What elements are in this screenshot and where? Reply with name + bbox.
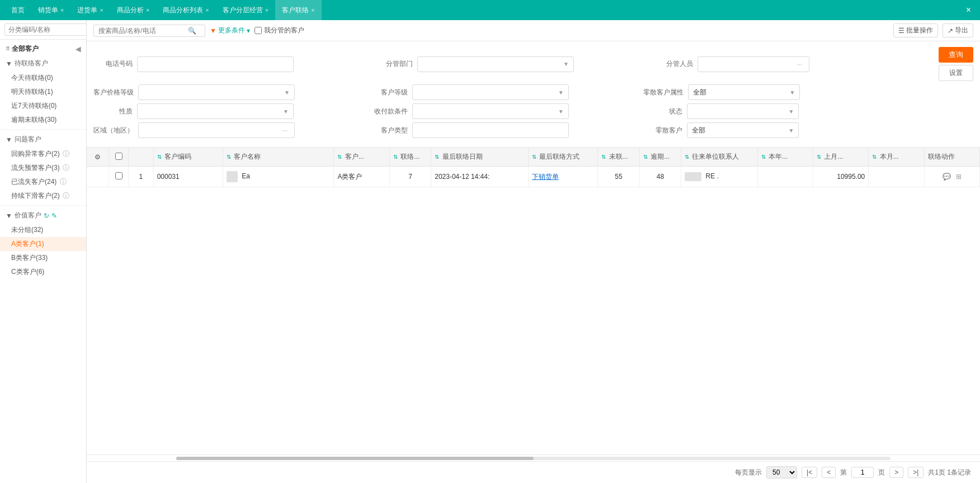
phone-input[interactable]: [137, 56, 294, 72]
more-conditions-btn[interactable]: ▼ 更多条件 ▾: [210, 26, 250, 35]
close-product-analysis[interactable]: ×: [146, 7, 149, 13]
batch-icon: ☰: [898, 27, 904, 35]
nav-customer-contact[interactable]: 客户联络 ×: [275, 0, 321, 20]
last-page-btn[interactable]: >|: [908, 467, 924, 478]
scrollbar-thumb[interactable]: [176, 457, 534, 460]
sidebar-item-declining[interactable]: 持续下滑客户(2) ⓘ: [0, 189, 86, 203]
payment-dropdown[interactable]: ▼: [412, 103, 569, 119]
price-level-arrow: ▼: [284, 89, 290, 96]
value-customers-group[interactable]: ▼ 价值客户 ↻ ✎: [0, 208, 86, 223]
col-header-unit-contact[interactable]: ⇅ 往来单位联系人: [681, 148, 758, 167]
sidebar-item-b-class[interactable]: B类客户(33): [0, 251, 86, 265]
col-header-overdue[interactable]: ⇅ 逾期...: [639, 148, 681, 167]
sidebar-collapse-btn[interactable]: ◀: [76, 45, 81, 53]
sidebar-item-c-class[interactable]: C类客户(6): [0, 265, 86, 279]
sidebar-item-repurchase-abnormal[interactable]: 回购异常客户(2) ⓘ: [0, 147, 86, 161]
manager-more-icon[interactable]: ···: [794, 60, 804, 68]
refresh-icon[interactable]: ↻: [44, 212, 49, 220]
action-qr-icon[interactable]: ⊞: [956, 173, 962, 181]
col-header-no-contact[interactable]: ⇅ 未联...: [598, 148, 639, 167]
dept-dropdown[interactable]: ▼: [417, 56, 574, 72]
row-overdue-cell: 48: [639, 167, 681, 187]
close-customer-contact[interactable]: ×: [311, 7, 314, 13]
row-action-cell: 💬 ⊞: [924, 167, 979, 187]
col-header-last-month[interactable]: ⇅ 上月...: [813, 148, 868, 167]
nav-product-analysis[interactable]: 商品分析 ×: [110, 0, 156, 20]
sort-icon-unit-contact: ⇅: [685, 154, 689, 160]
data-table: ⚙ ⇅ 客户编码 ⇅ 客户名称: [87, 148, 980, 187]
region-more-icon[interactable]: ···: [280, 126, 290, 134]
status-dropdown[interactable]: ▼: [687, 103, 799, 119]
nav-sales-order[interactable]: 销货单 ×: [31, 0, 70, 20]
col-header-gear[interactable]: ⚙: [87, 148, 109, 167]
sidebar-item-7days[interactable]: 近7天待联络(0): [0, 99, 86, 113]
retail-customer-dropdown[interactable]: 全部 ▼: [687, 122, 799, 138]
gear-icon[interactable]: ⚙: [95, 153, 101, 161]
settings-button[interactable]: 设置: [939, 65, 973, 81]
problem-customers-group[interactable]: ▼ 问题客户: [0, 132, 86, 147]
retail-attr-dropdown[interactable]: 全部 ▼: [688, 84, 800, 100]
manager-dropdown[interactable]: ···: [698, 56, 809, 72]
nav-product-analysis-list[interactable]: 商品分析列表 ×: [156, 0, 215, 20]
nature-dropdown[interactable]: ▼: [137, 103, 294, 119]
sidebar-item-a-class[interactable]: A类客户(1): [0, 237, 86, 251]
col-header-action[interactable]: 联络动作: [924, 148, 979, 167]
sidebar-item-churn-warning[interactable]: 流失预警客户(3) ⓘ: [0, 161, 86, 175]
price-level-dropdown[interactable]: ▼: [138, 84, 295, 100]
close-all-tabs[interactable]: ×: [962, 5, 976, 15]
horizontal-scrollbar[interactable]: [87, 454, 980, 461]
col-header-contact[interactable]: ⇅ 联络...: [389, 148, 431, 167]
filter-cell-retail-attr: 零散客户属性 全部 ▼: [643, 84, 918, 100]
edit-value-icon[interactable]: ✎: [51, 212, 57, 220]
customer-level-dropdown[interactable]: ▼: [412, 84, 569, 100]
search-input[interactable]: [98, 27, 188, 35]
col-header-last-method[interactable]: ⇅ 最后联络方式: [529, 148, 598, 167]
region-dropdown[interactable]: ···: [138, 122, 295, 138]
query-button[interactable]: 查询: [939, 47, 973, 63]
close-purchase-order[interactable]: ×: [100, 7, 103, 13]
col-header-this-year[interactable]: ⇅ 本年...: [757, 148, 813, 167]
select-all-checkbox[interactable]: [115, 153, 123, 160]
sidebar-item-tomorrow[interactable]: 明天待联络(1): [0, 85, 86, 99]
retail-customer-arrow: ▼: [788, 127, 794, 134]
sort-icon-type: ⇅: [337, 154, 342, 160]
nav-purchase-order[interactable]: 进货单 ×: [70, 0, 110, 20]
col-header-this-month[interactable]: ⇅ 本月...: [869, 148, 924, 167]
sidebar-item-churned[interactable]: 已流失客户(24) ⓘ: [0, 175, 86, 189]
close-product-analysis-list[interactable]: ×: [205, 7, 209, 13]
col-header-name[interactable]: ⇅ 客户名称: [223, 148, 334, 167]
next-page-btn[interactable]: >: [889, 467, 903, 478]
my-customers-checkbox[interactable]: 我分管的客户: [255, 26, 304, 35]
sidebar-item-ungrouped[interactable]: 未分组(32): [0, 223, 86, 237]
col-header-code[interactable]: ⇅ 客户编码: [153, 148, 223, 167]
sidebar-item-overdue-contact[interactable]: 逾期未联络(30): [0, 113, 86, 127]
info-icon-1: ⓘ: [63, 150, 69, 158]
sidebar-search-area: 🔍: [0, 20, 86, 40]
last-method-link[interactable]: 下销货单: [532, 173, 559, 181]
pending-contact-group[interactable]: ▼ 待联络客户: [0, 56, 86, 71]
sort-icon-no-contact: ⇅: [601, 154, 606, 160]
col-header-last-date[interactable]: ⇅ 最后联络日期: [431, 148, 529, 167]
customer-type-dropdown[interactable]: [412, 122, 569, 138]
export-btn[interactable]: ↗ 导出: [943, 23, 973, 37]
batch-operation-btn[interactable]: ☰ 批量操作: [893, 23, 938, 37]
per-page-select[interactable]: 50 20 100: [766, 466, 797, 479]
first-page-btn[interactable]: |<: [802, 467, 817, 478]
unit-contact-placeholder: [685, 172, 701, 181]
sidebar-search-input[interactable]: [4, 23, 87, 36]
row-checkbox-cell[interactable]: [109, 167, 129, 187]
close-sales-order[interactable]: ×: [60, 7, 64, 13]
sidebar-item-today[interactable]: 今天待联络(0): [0, 71, 86, 85]
col-header-type[interactable]: ⇅ 客户...: [334, 148, 389, 167]
prev-page-btn[interactable]: <: [822, 467, 836, 478]
page-number-input[interactable]: [851, 467, 874, 478]
my-customers-check[interactable]: [255, 27, 262, 34]
action-chat-icon[interactable]: 💬: [943, 173, 951, 181]
col-header-checkbox[interactable]: [109, 148, 129, 167]
nav-home[interactable]: 首页: [4, 0, 31, 20]
filter-search-icon[interactable]: 🔍: [188, 27, 196, 35]
filter-cell-status: 状态 ▼: [643, 103, 918, 119]
nav-customer-segment[interactable]: 客户分层经营 ×: [216, 0, 275, 20]
close-customer-segment[interactable]: ×: [265, 7, 268, 13]
row-checkbox[interactable]: [115, 172, 123, 179]
